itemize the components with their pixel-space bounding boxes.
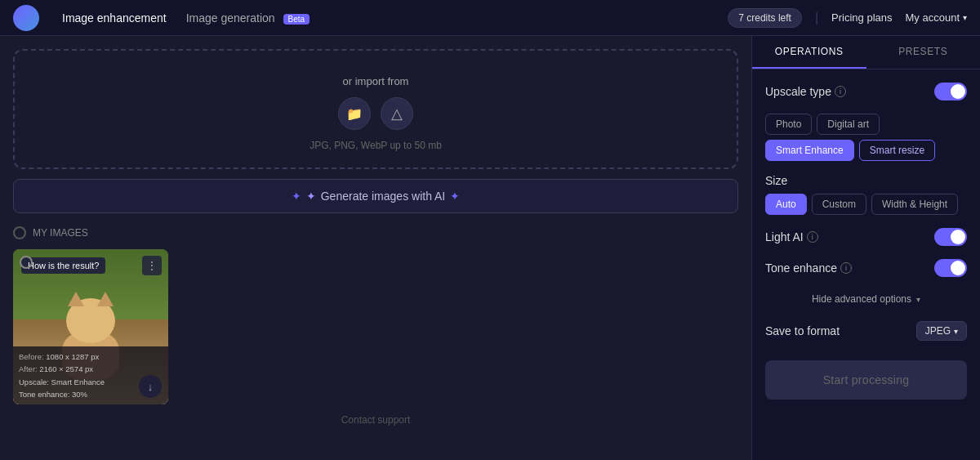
credits-badge: 7 credits left xyxy=(728,8,802,28)
settings-content: Upscale type i Photo Digital art Smart E… xyxy=(752,69,980,354)
save-format-row: Save to format JPEG ▾ xyxy=(765,321,967,341)
option-photo[interactable]: Photo xyxy=(765,114,812,135)
my-images-label: MY IMAGES xyxy=(33,227,88,239)
pricing-link[interactable]: Pricing plans xyxy=(831,11,892,24)
option-digital-art[interactable]: Digital art xyxy=(817,114,880,135)
size-options: Auto Custom Width & Height xyxy=(765,194,967,215)
light-ai-toggle[interactable] xyxy=(934,228,967,246)
chevron-down-icon: ▾ xyxy=(963,13,967,22)
contact-support[interactable]: Contact support xyxy=(13,404,738,429)
sparkle-icon-right: ✦ xyxy=(450,190,460,203)
generate-ai-button[interactable]: ✦ ✦ Generate images with AI ✦ xyxy=(13,179,738,213)
folder-import-button[interactable]: 📁 xyxy=(338,97,371,130)
size-option-custom[interactable]: Custom xyxy=(812,194,866,215)
after-value: 2160 × 2574 px xyxy=(39,364,93,373)
size-option-auto[interactable]: Auto xyxy=(765,194,807,215)
drop-area[interactable]: or import from 📁 △ JPG, PNG, WebP up to … xyxy=(13,49,738,169)
save-format-label: Save to format xyxy=(765,324,840,337)
upscale-type-label: Upscale type i xyxy=(765,85,846,98)
light-ai-info-icon[interactable]: i xyxy=(807,231,818,243)
drop-or-text: or import from xyxy=(31,75,720,87)
download-icon: ↓ xyxy=(148,381,154,393)
size-option-width-height[interactable]: Width & Height xyxy=(871,194,958,215)
light-ai-label: Light AI i xyxy=(765,230,818,243)
image-tooltip: How is the result? xyxy=(21,257,105,274)
image-item[interactable]: Before: 1080 x 1287 px After: 2160 × 257… xyxy=(13,249,168,404)
before-value: 1080 x 1287 px xyxy=(46,352,99,361)
start-processing-button[interactable]: Start processing xyxy=(765,360,967,400)
image-select-radio[interactable] xyxy=(20,256,33,269)
tab-presets[interactable]: PRESETS xyxy=(866,36,981,69)
my-images-header[interactable]: MY IMAGES xyxy=(13,226,738,239)
logo xyxy=(13,5,39,31)
generate-label: Generate images with AI xyxy=(321,190,446,203)
download-button[interactable]: ↓ xyxy=(139,375,162,398)
nav-tab-image-generation[interactable]: Image generation Beta xyxy=(176,8,319,28)
upscale-type-options: Photo Digital art Smart Enhance Smart re… xyxy=(765,114,967,161)
header: Image enhancement Image generation Beta … xyxy=(0,0,980,36)
format-chevron-icon: ▾ xyxy=(954,327,958,336)
header-right: 7 credits left | Pricing plans My accoun… xyxy=(728,8,967,28)
advanced-options-toggle[interactable]: Hide advanced options ▾ xyxy=(765,290,967,308)
format-select[interactable]: JPEG ▾ xyxy=(916,321,967,341)
image-grid: Before: 1080 x 1287 px After: 2160 × 257… xyxy=(13,249,738,404)
after-label: After: xyxy=(19,364,38,373)
tone-enhance-row: Tone enhance i xyxy=(765,259,967,277)
before-label: Before: xyxy=(19,352,44,361)
tone-enhance-info-icon[interactable]: i xyxy=(840,262,852,274)
sparkle-icon-2: ✦ xyxy=(306,190,316,203)
file-formats: JPG, PNG, WebP up to 50 mb xyxy=(31,140,720,151)
drive-icon: △ xyxy=(391,105,403,123)
my-images-radio xyxy=(13,226,26,239)
size-label: Size xyxy=(765,174,967,187)
main-content: or import from 📁 △ JPG, PNG, WebP up to … xyxy=(0,36,980,460)
import-icons: 📁 △ xyxy=(31,97,720,130)
panel-tabs: OPERATIONS PRESETS xyxy=(752,36,980,69)
tone-enhance-label: Tone enhance i xyxy=(765,261,852,275)
size-section: Size Auto Custom Width & Height xyxy=(765,174,967,215)
option-smart-enhance[interactable]: Smart Enhance xyxy=(765,140,854,161)
folder-icon: 📁 xyxy=(346,106,363,122)
drive-import-button[interactable]: △ xyxy=(381,97,413,130)
tone-enhance-toggle[interactable] xyxy=(934,259,967,277)
tab-operations[interactable]: OPERATIONS xyxy=(752,36,866,69)
option-smart-resize[interactable]: Smart resize xyxy=(859,140,935,161)
upscale-type-row: Upscale type i xyxy=(765,83,967,100)
sparkle-icon-left: ✦ xyxy=(292,190,301,203)
light-ai-row: Light AI i xyxy=(765,228,967,246)
upscale-info-icon[interactable]: i xyxy=(835,86,846,97)
format-value: JPEG xyxy=(925,325,951,337)
image-more-button[interactable]: ⋮ xyxy=(142,256,162,275)
advanced-options-label: Hide advanced options xyxy=(812,293,911,305)
account-button[interactable]: My account ▾ xyxy=(906,11,967,24)
upscale-type-toggle[interactable] xyxy=(934,83,967,100)
nav-tab-image-enhancement[interactable]: Image enhancement xyxy=(52,8,176,28)
chevron-down-icon: ▾ xyxy=(916,295,920,304)
left-panel: or import from 📁 △ JPG, PNG, WebP up to … xyxy=(0,36,751,460)
right-panel: OPERATIONS PRESETS Upscale type i Photo … xyxy=(751,36,980,460)
nav-tabs: Image enhancement Image generation Beta xyxy=(52,8,319,28)
beta-badge: Beta xyxy=(283,14,310,25)
